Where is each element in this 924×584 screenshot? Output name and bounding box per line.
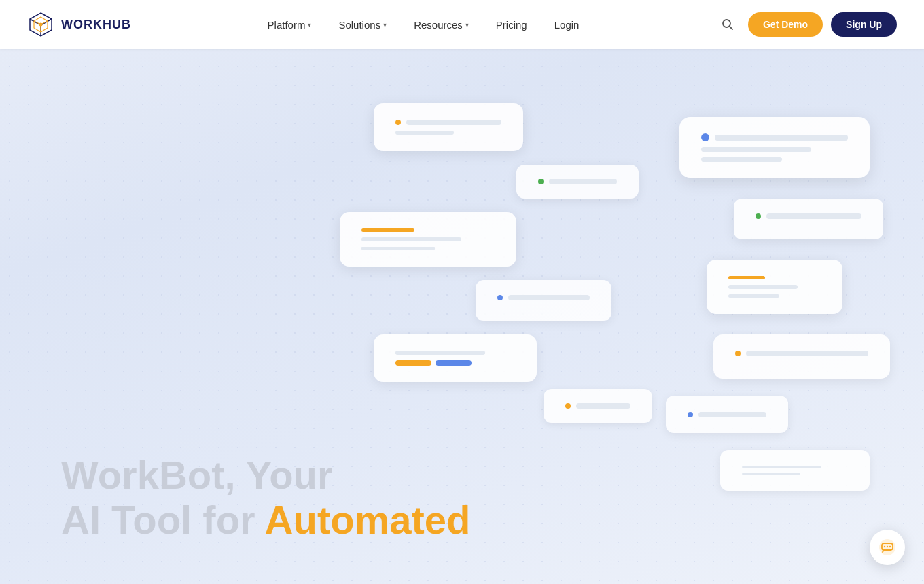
float-card-12 <box>720 450 870 491</box>
float-card-2 <box>516 165 639 199</box>
navbar-actions: Get Demo Sign Up <box>715 12 897 37</box>
float-card-11 <box>666 396 788 433</box>
float-card-4 <box>476 280 611 321</box>
float-card-7 <box>679 117 870 178</box>
nav-solutions[interactable]: Solutions ▾ <box>327 14 397 36</box>
chat-icon <box>878 538 896 556</box>
float-card-9 <box>707 260 842 314</box>
float-card-5 <box>374 334 537 382</box>
float-card-6 <box>544 389 652 423</box>
svg-point-8 <box>39 23 43 27</box>
float-card-10 <box>713 334 890 379</box>
chevron-down-icon: ▾ <box>308 21 311 29</box>
float-card-3 <box>340 212 516 267</box>
float-card-8 <box>734 199 883 239</box>
hero-title-accent: Automated <box>265 498 471 542</box>
svg-point-13 <box>884 546 885 547</box>
hero-text: WorkBot, Your AI Tool for Automated <box>61 453 471 543</box>
nav-resources[interactable]: Resources ▾ <box>403 14 480 36</box>
hero-title-regular: AI Tool for <box>61 498 265 542</box>
svg-point-15 <box>889 546 891 547</box>
logo-icon <box>27 11 54 38</box>
nav-pricing[interactable]: Pricing <box>485 14 538 36</box>
hero-title-line2: AI Tool for Automated <box>61 498 471 543</box>
chat-widget[interactable] <box>870 530 905 565</box>
nav-login[interactable]: Login <box>544 14 590 36</box>
logo[interactable]: WORKHUB <box>27 11 131 38</box>
navbar: WORKHUB Platform ▾ Solutions ▾ Resources… <box>0 0 924 49</box>
nav-menu: Platform ▾ Solutions ▾ Resources ▾ Prici… <box>131 14 715 36</box>
search-icon <box>721 18 734 31</box>
nav-platform[interactable]: Platform ▾ <box>257 14 323 36</box>
get-demo-button[interactable]: Get Demo <box>748 12 823 37</box>
search-button[interactable] <box>715 12 740 37</box>
logo-text: WORKHUB <box>61 18 131 32</box>
float-card-1 <box>374 103 523 151</box>
svg-line-10 <box>729 27 732 30</box>
chevron-down-icon: ▾ <box>383 21 387 29</box>
chevron-down-icon: ▾ <box>465 21 469 29</box>
svg-point-14 <box>887 546 888 547</box>
hero-title-line1: WorkBot, Your <box>61 453 471 498</box>
hero-section: WorkBot, Your AI Tool for Automated <box>0 0 924 584</box>
sign-up-button[interactable]: Sign Up <box>831 12 897 37</box>
